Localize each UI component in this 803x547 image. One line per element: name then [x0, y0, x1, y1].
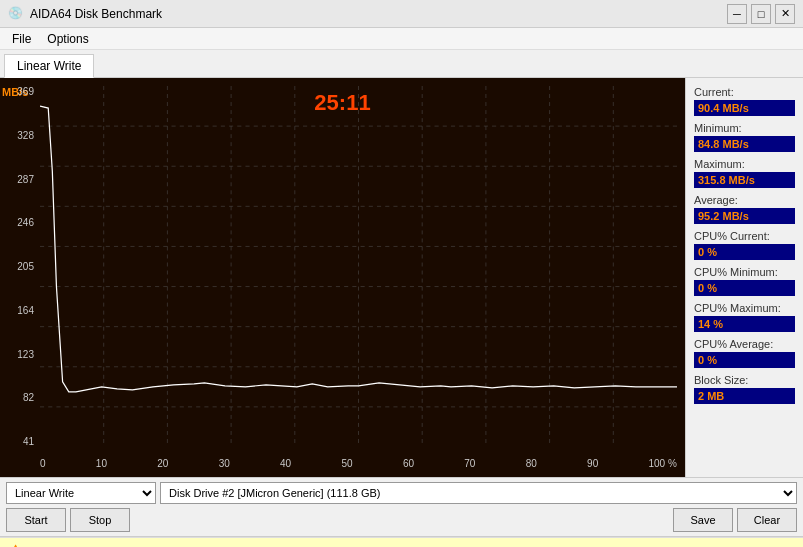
block-size-label: Block Size: [694, 374, 795, 386]
x-label-40: 40 [280, 458, 291, 469]
average-label: Average: [694, 194, 795, 206]
start-button[interactable]: Start [6, 508, 66, 532]
x-label-70: 70 [464, 458, 475, 469]
y-label-5: 246 [0, 217, 38, 228]
y-axis-labels: 41 82 123 164 205 246 287 328 369 [0, 86, 38, 447]
cpu-current-value: 0 % [694, 244, 795, 260]
x-label-80: 80 [526, 458, 537, 469]
warning-bar: ⚠ Write tests will DESTROY ALL DATA on t… [0, 537, 803, 547]
clear-button[interactable]: Clear [737, 508, 797, 532]
cpu-maximum-value: 14 % [694, 316, 795, 332]
app-icon: 💿 [8, 6, 24, 22]
x-label-60: 60 [403, 458, 414, 469]
cpu-average-label: CPU% Average: [694, 338, 795, 350]
average-value: 95.2 MB/s [694, 208, 795, 224]
title-bar: 💿 AIDA64 Disk Benchmark ─ □ ✕ [0, 0, 803, 28]
y-label-8: 369 [0, 86, 38, 97]
menu-bar: File Options [0, 28, 803, 50]
tab-bar: Linear Write [0, 50, 803, 78]
current-value: 90.4 MB/s [694, 100, 795, 116]
menu-options[interactable]: Options [39, 30, 96, 47]
minimum-value: 84.8 MB/s [694, 136, 795, 152]
x-label-100: 100 % [649, 458, 677, 469]
y-label-1: 82 [0, 392, 38, 403]
x-label-0: 0 [40, 458, 46, 469]
controls-row1: Linear Write Disk Drive #2 [JMicron Gene… [6, 482, 797, 504]
window-controls: ─ □ ✕ [727, 4, 795, 24]
x-label-30: 30 [219, 458, 230, 469]
chart-grid [40, 86, 677, 447]
x-axis-labels: 0 10 20 30 40 50 60 70 80 90 100 % [40, 458, 677, 469]
y-label-6: 287 [0, 174, 38, 185]
minimum-label: Minimum: [694, 122, 795, 134]
bottom-controls: Linear Write Disk Drive #2 [JMicron Gene… [0, 478, 803, 537]
warning-icon: ⚠ [8, 542, 22, 547]
cpu-minimum-value: 0 % [694, 280, 795, 296]
drive-dropdown[interactable]: Disk Drive #2 [JMicron Generic] (111.8 G… [160, 482, 797, 504]
block-size-value: 2 MB [694, 388, 795, 404]
controls-row2: Start Stop Save Clear [6, 508, 797, 532]
x-label-90: 90 [587, 458, 598, 469]
side-panel: Current: 90.4 MB/s Minimum: 84.8 MB/s Ma… [685, 78, 803, 477]
menu-file[interactable]: File [4, 30, 39, 47]
tab-linear-write[interactable]: Linear Write [4, 54, 94, 78]
test-type-dropdown[interactable]: Linear Write [6, 482, 156, 504]
window-title: AIDA64 Disk Benchmark [30, 7, 727, 21]
cpu-current-label: CPU% Current: [694, 230, 795, 242]
current-label: Current: [694, 86, 795, 98]
maximize-button[interactable]: □ [751, 4, 771, 24]
y-label-0: 41 [0, 436, 38, 447]
save-button[interactable]: Save [673, 508, 733, 532]
stop-button[interactable]: Stop [70, 508, 130, 532]
cpu-minimum-label: CPU% Minimum: [694, 266, 795, 278]
x-label-20: 20 [157, 458, 168, 469]
y-label-4: 205 [0, 261, 38, 272]
x-label-10: 10 [96, 458, 107, 469]
x-label-50: 50 [341, 458, 352, 469]
y-label-3: 164 [0, 305, 38, 316]
cpu-average-value: 0 % [694, 352, 795, 368]
maximum-value: 315.8 MB/s [694, 172, 795, 188]
chart-svg [40, 86, 677, 447]
maximum-label: Maximum: [694, 158, 795, 170]
close-button[interactable]: ✕ [775, 4, 795, 24]
minimize-button[interactable]: ─ [727, 4, 747, 24]
main-content: MB/s 25:11 41 82 123 164 205 246 287 328… [0, 78, 803, 478]
y-label-7: 328 [0, 130, 38, 141]
y-label-2: 123 [0, 349, 38, 360]
cpu-maximum-label: CPU% Maximum: [694, 302, 795, 314]
chart-area: MB/s 25:11 41 82 123 164 205 246 287 328… [0, 78, 685, 477]
